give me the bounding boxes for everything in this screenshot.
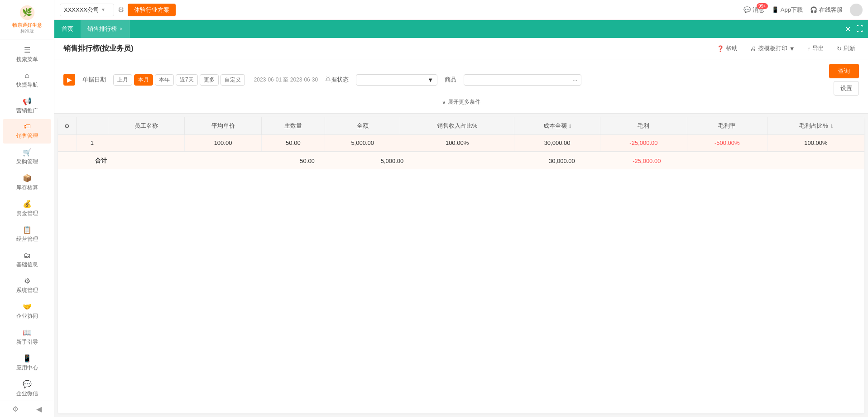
sidebar-label-purchase: 采购管理	[16, 158, 38, 166]
goods-more-icon[interactable]: ···	[572, 77, 577, 83]
gross-pct-hint-icon[interactable]: ℹ	[831, 123, 833, 129]
sidebar-item-sales[interactable]: 🏷销售管理	[3, 119, 51, 144]
sidebar-label-enterprise: 企业协同	[16, 312, 38, 320]
date-tab-last-month[interactable]: 上月	[113, 74, 132, 86]
sidebar-icon-finance: 💰	[23, 200, 32, 208]
status-select[interactable]: ▼	[356, 74, 437, 86]
main-area: XXXXXX公司 ▼ ⚙ 体验行业方案 💬 消息 99+ 📱 App下载 🎧 在…	[54, 0, 868, 417]
online-service-label: 在线客服	[819, 6, 843, 14]
headset-icon: 🎧	[810, 6, 817, 13]
print-icon: 🖨	[750, 45, 756, 52]
company-name: XXXXXX公司	[64, 6, 99, 14]
query-button[interactable]: 查询	[829, 64, 859, 78]
sidebar-item-purchase[interactable]: 🛒采购管理	[3, 144, 51, 169]
row-amount: 5,000.00	[325, 135, 400, 151]
date-tab-custom[interactable]: 自定义	[221, 74, 245, 86]
sidebar-item-app-center[interactable]: 📱应用中心	[3, 350, 51, 375]
export-button[interactable]: ↑ 导出	[804, 43, 828, 54]
app-logo-icon: 🌿	[19, 5, 35, 21]
trial-button[interactable]: 体验行业方案	[128, 4, 176, 16]
refresh-icon: ↻	[837, 45, 842, 52]
company-selector[interactable]: XXXXXX公司 ▼	[60, 4, 114, 16]
logo-area: 🌿 畅康通好生意 标准版	[0, 0, 54, 39]
home-tab-label: 首页	[62, 25, 73, 33]
sidebar-label-operations: 经营管理	[16, 235, 38, 243]
date-tab-this-year[interactable]: 本年	[155, 74, 174, 86]
sidebar: 🌿 畅康通好生意 标准版 ☰搜索菜单⌂快捷导航📢营销推广🏷销售管理🛒采购管理📦库…	[0, 0, 54, 417]
row-gross-rate: -500.00%	[687, 135, 767, 151]
sidebar-label-inventory: 库存核算	[16, 184, 38, 192]
tab-fullscreen-icon[interactable]: ⛶	[856, 25, 863, 33]
help-icon: ❓	[717, 45, 724, 52]
message-badge: 99+	[757, 3, 768, 9]
total-gross: -25,000.00	[604, 158, 689, 164]
sidebar-item-wechat[interactable]: 💬企业微信	[3, 376, 51, 401]
data-table-container: ⚙ 员工名称 平均单价 主数量 全额 销售收入占比% 成本全额 ℹ 毛利 毛利率…	[58, 117, 864, 413]
sidebar-item-enterprise[interactable]: 🤝企业协同	[3, 299, 51, 324]
svg-text:🌿: 🌿	[22, 7, 33, 17]
col-quantity: 主数量	[261, 117, 325, 135]
sidebar-item-system[interactable]: ⚙系统管理	[3, 273, 51, 298]
message-item[interactable]: 💬 消息 99+	[743, 6, 764, 14]
online-service-item[interactable]: 🎧 在线客服	[810, 6, 843, 14]
sidebar-item-basic-info[interactable]: 🗂基础信息	[3, 248, 51, 272]
sidebar-footer: ⚙ ◀	[0, 401, 54, 417]
sidebar-label-marketing: 营销推广	[16, 107, 38, 115]
filter-toggle-btn[interactable]: ▶	[63, 74, 75, 86]
sidebar-label-wechat: 企业微信	[16, 390, 38, 398]
sidebar-icon-sales: 🏷	[24, 123, 31, 131]
tab-sales-ranking[interactable]: 销售排行榜 ×	[81, 20, 129, 38]
col-sales-pct: 销售收入占比%	[400, 117, 514, 135]
print-button[interactable]: 🖨 按模板打印 ▼	[747, 43, 799, 54]
sidebar-label-app-center: 应用中心	[16, 364, 38, 372]
col-amount: 全额	[325, 117, 400, 135]
tab-active-label: 销售排行榜	[87, 25, 117, 33]
sidebar-settings-icon[interactable]: ⚙	[12, 405, 19, 413]
date-tab-this-month[interactable]: 本月	[134, 74, 153, 86]
page-title: 销售排行榜(按业务员)	[63, 44, 134, 53]
col-gross-rate: 毛利率	[687, 117, 767, 135]
sidebar-item-inventory[interactable]: 📦库存核算	[3, 170, 51, 195]
page-header: 销售排行榜(按业务员) ❓ 帮助 🖨 按模板打印 ▼ ↑ 导出 ↻ 刷新	[54, 38, 868, 59]
sidebar-item-operations[interactable]: 📋经营管理	[3, 222, 51, 247]
row-cost: 30,000.00	[514, 135, 600, 151]
topbar-settings-icon[interactable]: ⚙	[118, 5, 124, 14]
date-tab-more[interactable]: 更多	[200, 74, 219, 86]
tab-bar: 首页 销售排行榜 × ✕ ⛶	[54, 20, 868, 38]
sidebar-label-guide: 新手引导	[16, 338, 38, 346]
filter-buttons: 查询 设置	[829, 64, 859, 96]
tab-close-icon[interactable]: ×	[120, 26, 123, 32]
sidebar-icon-wechat: 💬	[23, 380, 32, 388]
avatar[interactable]	[850, 4, 863, 16]
sidebar-label-finance: 资金管理	[16, 210, 38, 217]
sidebar-collapse-icon[interactable]: ◀	[36, 405, 42, 413]
help-button[interactable]: ❓ 帮助	[713, 43, 741, 54]
refresh-button[interactable]: ↻ 刷新	[833, 43, 859, 54]
sidebar-item-guide[interactable]: 📖新手引导	[3, 325, 51, 350]
logo-text: 畅康通好生意	[12, 22, 42, 28]
date-tab-7days[interactable]: 近7天	[176, 74, 198, 86]
sidebar-item-finance[interactable]: 💰资金管理	[3, 196, 51, 221]
sidebar-item-quick-nav[interactable]: ⌂快捷导航	[3, 68, 51, 92]
cost-hint-icon[interactable]: ℹ	[569, 123, 571, 129]
app-download-item[interactable]: 📱 App下载	[772, 6, 803, 14]
tab-home[interactable]: 首页	[54, 20, 81, 38]
col-settings[interactable]: ⚙	[58, 117, 76, 135]
settings-small-button[interactable]: 设置	[834, 81, 859, 96]
app-download-icon: 📱	[772, 6, 779, 13]
filter-row: ▶ 单据日期 上月 本月 本年 近7天 更多 自定义 2023-06-01 至 …	[63, 64, 859, 96]
app-download-label: App下载	[781, 6, 803, 14]
data-table: ⚙ 员工名称 平均单价 主数量 全额 销售收入占比% 成本全额 ℹ 毛利 毛利率…	[58, 117, 864, 151]
sidebar-item-search-order[interactable]: ☰搜索菜单	[3, 42, 51, 67]
tab-bar-right: ✕ ⛶	[840, 20, 868, 38]
row-settings[interactable]	[58, 135, 76, 151]
row-name	[108, 135, 185, 151]
col-gross-pct: 毛利占比% ℹ	[767, 117, 864, 135]
tab-window-close-icon[interactable]: ✕	[845, 25, 851, 34]
col-rank	[76, 117, 108, 135]
sidebar-label-quick-nav: 快捷导航	[16, 81, 38, 89]
export-icon: ↑	[808, 45, 811, 52]
expand-more-bar[interactable]: ∨ 展开更多条件	[63, 96, 859, 109]
sidebar-item-marketing[interactable]: 📢营销推广	[3, 93, 51, 118]
goods-input[interactable]: ···	[464, 74, 581, 86]
